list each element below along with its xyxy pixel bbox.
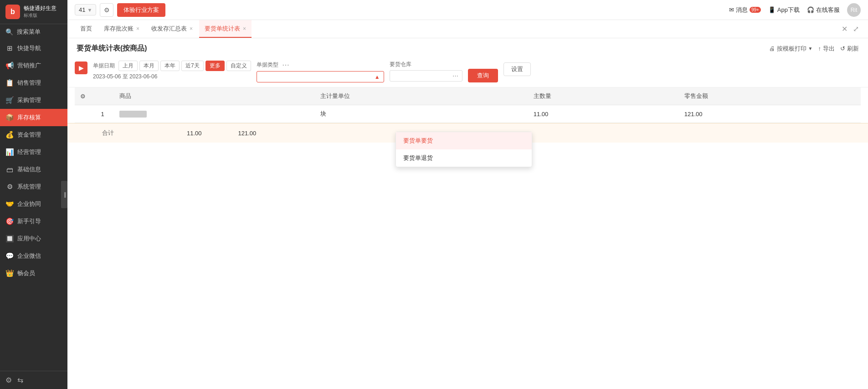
sidebar-item-system[interactable]: ⚙ 系统管理	[0, 178, 67, 195]
last-month-btn[interactable]: 上月	[118, 61, 138, 71]
filter-expand-button[interactable]: ▶	[75, 61, 87, 74]
app-center-icon: 🔲	[5, 235, 14, 243]
industry-button[interactable]: 体验行业方案	[117, 3, 165, 17]
sidebar-item-inventory[interactable]: 📦 库存核算	[0, 109, 67, 126]
export-action[interactable]: ↑ 导出	[818, 45, 835, 53]
window-expand-button[interactable]: ⤢	[851, 25, 861, 33]
dropdown-item-order-return[interactable]: 要货单退货	[396, 149, 532, 167]
dropdown-item-order-purchase[interactable]: 要货单要货	[396, 132, 532, 149]
tab-home[interactable]: 首页	[75, 20, 98, 38]
sidebar-item-label: 企业协同	[17, 200, 62, 208]
sidebar-gear-icon[interactable]: ⚙	[5, 376, 12, 384]
refresh-action[interactable]: ↺ 刷新	[840, 45, 859, 53]
expand-icon: ▶	[79, 64, 84, 72]
col-product-header: 商品	[114, 87, 315, 105]
sidebar-item-label: 经营管理	[17, 148, 62, 156]
tab-batch-account-close[interactable]: ×	[136, 26, 139, 32]
tab-batch-account[interactable]: 库存批次账 ×	[98, 20, 145, 38]
logo-text: 畅捷通好生意	[24, 5, 56, 12]
col-settings-header[interactable]: ⚙	[75, 87, 91, 105]
sidebar-scroll-handle[interactable]: ▐	[61, 181, 67, 208]
filter-bar: ▶ 单据日期 上月 本月 本年 近7天 更多 自定义	[67, 57, 868, 87]
tab-receipts-summary-label: 收发存汇总表	[151, 25, 187, 33]
online-service-action[interactable]: 🎧 在线客服	[807, 6, 840, 14]
more-dates-btn[interactable]: 更多	[205, 61, 225, 71]
user-initials: Rit	[851, 7, 858, 13]
sidebar-item-label: 库存核算	[17, 113, 62, 122]
app-download-action[interactable]: 📱 App下载	[768, 6, 800, 14]
footer-qty: 11.00	[187, 130, 202, 137]
tab-receipts-close[interactable]: ×	[190, 26, 193, 32]
sidebar-item-label: 基础信息	[17, 165, 62, 174]
sidebar-item-marketing[interactable]: 📢 营销推广	[0, 57, 67, 74]
dropdown-item-label: 要货单退货	[403, 154, 433, 161]
tab-order-stats[interactable]: 要货单统计表 ×	[199, 20, 252, 38]
quick-nav-icon: ⊞	[5, 44, 14, 52]
sidebar-item-sales[interactable]: 📋 销售管理	[0, 74, 67, 92]
app-download-icon: 📱	[768, 6, 776, 13]
purchase-icon: 🛒	[5, 96, 14, 104]
finance-icon: 💰	[5, 131, 14, 139]
window-close-button[interactable]: ✕	[840, 25, 849, 33]
sidebar-collapse-icon[interactable]: ⇆	[17, 376, 23, 384]
col-unit-header: 主计量单位	[315, 87, 528, 105]
sidebar-item-app-center[interactable]: 🔲 应用中心	[0, 230, 67, 247]
last-7days-btn[interactable]: 近7天	[181, 61, 204, 71]
sidebar-item-purchase[interactable]: 🛒 采购管理	[0, 92, 67, 109]
refresh-label: 刷新	[847, 45, 859, 53]
type-select-input[interactable]	[261, 73, 373, 80]
inventory-icon: 📦	[5, 113, 14, 122]
basic-info-icon: 🗃	[5, 166, 14, 174]
service-icon: 🎧	[807, 6, 814, 13]
sidebar-item-quick-nav[interactable]: ⊞ 快捷导航	[0, 40, 67, 57]
store-selector[interactable]: 41 ▼	[75, 4, 96, 15]
type-select-arrow-up[interactable]: ▲	[375, 74, 380, 80]
sidebar-item-operations[interactable]: 📊 经营管理	[0, 143, 67, 161]
query-button[interactable]: 查询	[468, 69, 498, 82]
sidebar: b 畅捷通好生意 标准版 🔍 搜索菜单 ⊞ 快捷导航 📢 营销推广 📋 销售管理…	[0, 0, 67, 389]
sidebar-item-basic-info[interactable]: 🗃 基础信息	[0, 161, 67, 178]
sidebar-item-enterprise[interactable]: 🤝 企业协同	[0, 195, 67, 213]
message-icon: ✉	[729, 6, 734, 13]
this-month-btn[interactable]: 本月	[139, 61, 159, 71]
service-label: 在线客服	[816, 6, 840, 14]
search-icon: 🔍	[5, 28, 13, 36]
date-filter-label: 单据日期	[93, 62, 115, 70]
type-filter-group: 单据类型 ⋯ ▲	[257, 61, 384, 82]
type-select-wrapper[interactable]: ▲	[257, 71, 384, 82]
sidebar-item-guide[interactable]: 🎯 新手引导	[0, 213, 67, 230]
settings-button[interactable]: 设置	[503, 62, 531, 76]
user-avatar[interactable]: Rit	[847, 3, 861, 17]
type-filter-label: 单据类型	[257, 61, 278, 69]
sidebar-search-item[interactable]: 🔍 搜索菜单	[0, 24, 67, 40]
type-filter-more[interactable]: ⋯	[282, 61, 289, 69]
sidebar-logo: b 畅捷通好生意 标准版	[0, 0, 67, 24]
data-table: ⚙ 商品 主计量单位 主数量 零售金额 1	[75, 87, 861, 123]
tab-receipts-summary[interactable]: 收发存汇总表 ×	[146, 20, 198, 38]
warehouse-select[interactable]: ⋯	[390, 70, 462, 82]
sidebar-item-member[interactable]: 👑 畅会员	[0, 265, 67, 282]
this-year-btn[interactable]: 本年	[160, 61, 180, 71]
tab-order-stats-label: 要货单统计表	[205, 25, 240, 33]
topbar-gear-button[interactable]: ⚙	[100, 3, 113, 17]
sidebar-item-label: 系统管理	[17, 183, 62, 191]
col-num-header	[91, 87, 114, 105]
print-action[interactable]: 🖨 按模板打印 ▼	[769, 45, 813, 53]
page-title: 要货单统计表(按商品)	[77, 44, 147, 53]
app-download-label: App下载	[777, 6, 800, 14]
tabs-window-controls: ✕ ⤢	[840, 25, 861, 33]
custom-date-btn[interactable]: 自定义	[226, 61, 251, 71]
page-actions: 🖨 按模板打印 ▼ ↑ 导出 ↺ 刷新	[769, 45, 859, 53]
message-action[interactable]: ✉ 消息 99+	[729, 6, 761, 14]
sidebar-item-label: 应用中心	[17, 235, 62, 243]
sidebar-item-wechat[interactable]: 💬 企业微信	[0, 247, 67, 265]
logo-icon: b	[5, 5, 20, 19]
topbar: 41 ▼ ⚙ 体验行业方案 ✉ 消息 99+ 📱 App下载 🎧 在线客服 Ri…	[67, 0, 868, 20]
row-amount-cell: 121.00	[679, 105, 861, 123]
product-name-blurred	[119, 111, 147, 118]
page-content: 要货单统计表(按商品) 🖨 按模板打印 ▼ ↑ 导出 ↺ 刷新	[67, 38, 868, 389]
tab-order-stats-close[interactable]: ×	[243, 26, 246, 32]
sidebar-item-finance[interactable]: 💰 资金管理	[0, 126, 67, 143]
page-container: 要货单统计表(按商品) 🖨 按模板打印 ▼ ↑ 导出 ↺ 刷新	[67, 38, 868, 389]
table-row: 1 块 11.00 121.00	[75, 105, 861, 123]
